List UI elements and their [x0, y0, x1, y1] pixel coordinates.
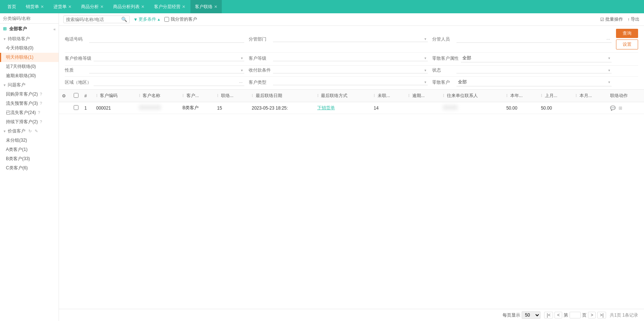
col-last-date[interactable]: ⁝ 最后联络日期 — [249, 90, 314, 102]
last-page-btn[interactable]: >| — [597, 312, 606, 318]
nav-product-analysis[interactable]: 商品分析 ✕ — [77, 0, 108, 13]
page-label-2: 页 — [582, 312, 587, 318]
export-btn[interactable]: ↑ 导出 — [627, 16, 640, 23]
sidebar-item-tomorrow[interactable]: 明天待联络(1) — [0, 53, 59, 62]
sidebar-item-7days[interactable]: 近7天待联络(0) — [0, 62, 59, 71]
col-unit-contact[interactable]: ⁝ 往来单位联系人 — [440, 90, 503, 102]
page-size-select[interactable]: 50 20 100 — [522, 311, 540, 319]
col-name[interactable]: ⁝ 客户名称 — [136, 90, 179, 102]
group-label-problem: ▼ 问题客户 — [0, 80, 59, 90]
nav-close-customer-tier[interactable]: ✕ — [182, 4, 185, 9]
filter-status-select[interactable]: ▾ — [456, 68, 612, 73]
filter-row-2: 客户价格等级 ▾ 客户等级 ▾ 零散客户属性 全部▾ — [65, 54, 638, 62]
more-conditions-btn[interactable]: ▼ 更多条件 ▲ — [133, 16, 161, 23]
col-checkbox — [71, 90, 81, 102]
col-icon-no-contact: ⁝ — [374, 93, 375, 98]
main-search-input[interactable] — [66, 17, 121, 22]
col-last-method[interactable]: ⁝ 最后联络方式 — [314, 90, 371, 102]
filter-customer-type-select[interactable]: ▾ — [273, 79, 428, 85]
query-btn[interactable]: 查询 — [616, 29, 638, 38]
sidebar-item-declining[interactable]: 持续下滑客户(2) ? — [0, 117, 59, 127]
col-settings[interactable]: ⚙ — [59, 90, 71, 102]
sidebar-search-input[interactable] — [3, 16, 58, 21]
cell-last-method[interactable]: 下销货单 — [314, 102, 371, 114]
sidebar-item-repurchase-abnormal[interactable]: 回购异常客户(2) ? — [0, 90, 59, 99]
nav-purchase[interactable]: 进货单 ✕ — [49, 0, 76, 13]
arrow-icon-2: ▾ — [241, 56, 243, 60]
col-contact[interactable]: ⁝ 联络... — [214, 90, 249, 102]
nav-sales[interactable]: 销货单 ✕ — [21, 0, 48, 13]
filter-payment-select[interactable]: ▾ — [273, 68, 428, 73]
filter-retail-attr-select[interactable]: 全部▾ — [461, 54, 612, 62]
setting-btn[interactable]: 设置 — [616, 39, 638, 49]
batch-op-btn[interactable]: ☑ 批量操作 — [600, 16, 623, 23]
col-code[interactable]: ⁝ 客户编码 — [93, 90, 136, 102]
sidebar-item-churn-warning[interactable]: 流失预警客户(3) ? — [0, 99, 59, 108]
page-nav: |< < 第 1 页 > >| — [544, 312, 606, 318]
col-icon-contact: ⁝ — [217, 93, 218, 98]
first-page-btn[interactable]: |< — [544, 312, 553, 318]
page-input[interactable]: 1 — [570, 312, 581, 318]
nav-close-purchase[interactable]: ✕ — [68, 4, 71, 9]
col-no-contact[interactable]: ⁝ 未联... — [371, 90, 405, 102]
filter-dept-label: 分管部门 — [249, 36, 271, 42]
action-icons: 💬 ⊞ — [610, 106, 641, 111]
content-area: 🔍 ▼ 更多条件 ▲ 我分管的客户 ☑ 批量操作 ↑ 导出 — [59, 13, 644, 321]
filter-person: 分管人员 ··· — [432, 36, 612, 43]
col-overdue[interactable]: ⁝ 逾期... — [405, 90, 440, 102]
comment-action-icon[interactable]: 💬 — [610, 106, 616, 111]
col-type[interactable]: ⁝ 客户... — [179, 90, 214, 102]
triangle-icon: ▼ — [3, 37, 6, 41]
sidebar-item-overdue[interactable]: 逾期未联络(30) — [0, 71, 59, 80]
arrow-icon-6: ▾ — [424, 68, 426, 72]
sidebar-item-a-class[interactable]: A类客户(1) — [0, 145, 59, 154]
cell-name[interactable] — [136, 102, 179, 114]
main-search-icon[interactable]: 🔍 — [121, 17, 127, 22]
filter-retail-customer: 零散客户 全部▾ — [432, 78, 612, 86]
sidebar-item-ungrouped[interactable]: 未分组(32) — [0, 136, 59, 145]
sidebar-item-today[interactable]: 今天待联络(0) — [0, 44, 59, 53]
last-method-link[interactable]: 下销货单 — [317, 105, 335, 110]
next-page-btn[interactable]: > — [588, 312, 596, 318]
nav-product-list[interactable]: 商品分析列表 ✕ — [109, 0, 149, 13]
my-customers-checkbox[interactable] — [164, 17, 169, 22]
cell-overdue — [405, 102, 440, 114]
sidebar-item-b-class[interactable]: B类客户(33) — [0, 154, 59, 163]
nav-close-product-analysis[interactable]: ✕ — [100, 4, 104, 9]
triangle-icon-2: ▼ — [3, 83, 6, 87]
row-checkbox[interactable] — [74, 105, 78, 110]
filter-retail-customer-select[interactable]: 全部▾ — [456, 78, 612, 86]
filter-dept: 分管部门 ▾ — [249, 36, 428, 42]
filter-phone-input[interactable] — [89, 36, 244, 43]
arrow-icon-3: ▾ — [424, 56, 426, 60]
filter-person-select[interactable]: ··· — [456, 36, 612, 43]
nav-customer-tier[interactable]: 客户分层经营 ✕ — [150, 0, 190, 13]
cell-last-month: 50.00 — [538, 102, 573, 114]
filter-payment-label: 收付款条件 — [249, 67, 271, 73]
nav-customer-contact[interactable]: 客户联络 ✕ — [190, 0, 222, 13]
select-all-checkbox[interactable] — [74, 93, 78, 98]
filter-nature-select[interactable]: ▾ — [89, 68, 244, 73]
nav-close-product-list[interactable]: ✕ — [141, 4, 144, 9]
arrow-icon-8: ▾ — [424, 80, 426, 84]
col-this-year[interactable]: ⁝ 本年... — [503, 90, 538, 102]
sidebar-item-churned[interactable]: 已流失客户(24) ? — [0, 108, 59, 117]
filter-divider-1 — [65, 52, 638, 53]
nav-close-customer-contact[interactable]: ✕ — [214, 4, 217, 9]
filter-region-select[interactable]: ··· — [94, 79, 244, 86]
filter-customer-level-select[interactable]: ▾ — [273, 55, 428, 61]
filter-price-level-select[interactable]: ▾ — [94, 55, 244, 61]
nav-home[interactable]: 首页 — [3, 0, 21, 13]
col-this-month[interactable]: ⁝ 本月... — [573, 90, 607, 102]
triangle-icon-3: ▼ — [3, 130, 6, 133]
filter-region-label: 区域（地区） — [65, 79, 91, 86]
grid-action-icon[interactable]: ⊞ — [619, 106, 622, 111]
col-last-month[interactable]: ⁝ 上月... — [538, 90, 573, 102]
table-wrap: ⚙ # ⁝ 客户编码 ⁝ 客户名称 — [59, 90, 644, 309]
all-customers-header[interactable]: ⊞ 全部客户 « — [0, 24, 59, 34]
prev-page-btn[interactable]: < — [554, 312, 562, 318]
sidebar-item-c-class[interactable]: C类客户(6) — [0, 163, 59, 173]
nav-close-sales[interactable]: ✕ — [41, 4, 44, 9]
filter-dept-select[interactable]: ▾ — [273, 36, 428, 42]
collapse-icon: « — [53, 27, 56, 31]
